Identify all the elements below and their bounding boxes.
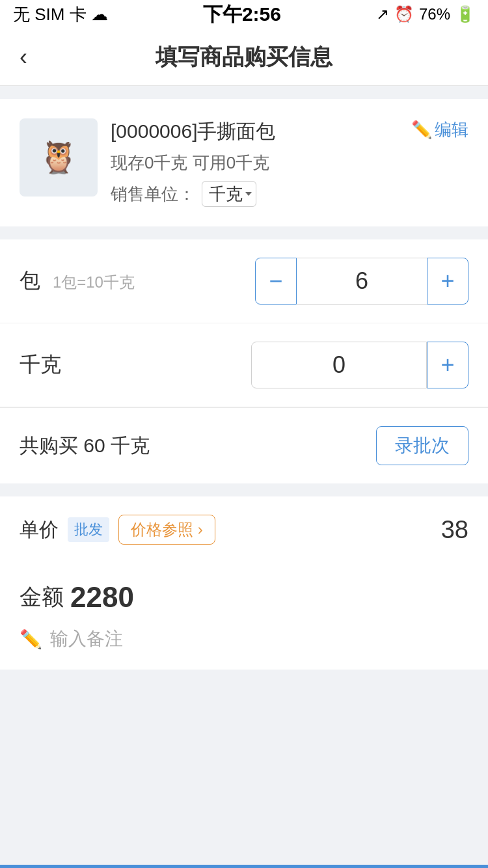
nav-bar: ‹ 填写商品购买信息 [0,29,488,86]
status-bar: 无 SIM 卡 ☁ 下午2:56 ↗ ⏰ 76% 🔋 [0,0,488,29]
back-button[interactable]: ‹ [20,44,27,71]
quantity-row-bao: 包 1包=10千克 − + [0,239,488,323]
quantity-input-kg[interactable] [251,342,427,388]
batch-button[interactable]: 录批次 [376,426,468,465]
plus-button-bao[interactable]: + [427,258,468,305]
plus-button-kg[interactable]: + [427,342,468,388]
battery-icon: 🔋 [455,5,475,23]
summary-text: 共购买 60 千克 [20,433,150,459]
amount-label: 金额 [20,582,64,612]
product-unit-row: 销售单位： 千克 [111,181,398,207]
minus-button-bao[interactable]: − [255,258,297,305]
price-row: 单价 批发 价格参照 › 38 [20,515,468,545]
battery-text: 76% [419,5,450,23]
location-icon: ↗ [376,5,389,23]
amount-row: 金额 2280 [20,581,468,614]
product-thumb-icon: 🦉 [39,139,78,176]
unit-label: 销售单位： [111,183,195,206]
gray-area [0,670,488,865]
alarm-icon: ⏰ [394,5,414,23]
price-label-group: 单价 批发 价格参照 › [20,515,215,545]
product-info: [0000006]手撕面包 现存0千克 可用0千克 销售单位： 千克 [111,118,398,207]
product-stock: 现存0千克 可用0千克 [111,152,398,174]
status-right: ↗ ⏰ 76% 🔋 [376,5,475,23]
price-value: 38 [441,516,468,544]
product-name: [0000006]手撕面包 [111,118,398,145]
quantity-label-kg: 千克 [20,351,251,379]
remark-placeholder: 输入备注 [50,627,123,651]
quantity-control-bao: − + [255,258,468,305]
price-section: 单价 批发 价格参照 › 38 [0,496,488,563]
status-time: 下午2:56 [203,1,281,28]
amount-section: 金额 2280 ✏️ 输入备注 [0,563,488,670]
price-label: 单价 [20,517,59,543]
edit-button[interactable]: ✏️ 编辑 [411,118,468,141]
quantity-label-bao: 包 1包=10千克 [20,267,255,295]
remark-row[interactable]: ✏️ 输入备注 [20,627,468,651]
summary-row: 共购买 60 千克 录批次 [0,407,488,483]
edit-icon: ✏️ [411,120,432,140]
price-ref-button[interactable]: 价格参照 › [118,515,215,545]
quantity-row-kg: 千克 + [0,323,488,407]
product-card: 🦉 [0000006]手撕面包 现存0千克 可用0千克 销售单位： 千克 ✏️ … [0,99,488,226]
quantity-input-bao[interactable] [297,258,427,305]
price-batch-tag: 批发 [68,517,109,542]
quantity-hint-bao: 1包=10千克 [53,273,135,291]
unit-select[interactable]: 千克 [202,181,256,207]
edit-label: 编辑 [435,118,468,141]
remark-icon: ✏️ [20,629,42,650]
page-title: 填写商品购买信息 [156,42,332,72]
status-left: 无 SIM 卡 ☁ [13,3,108,26]
confirm-bar[interactable]: 确定 [0,865,488,868]
quantity-section: 包 1包=10千克 − + 千克 + [0,239,488,407]
amount-value: 2280 [70,581,134,614]
quantity-control-kg: + [251,342,468,388]
product-thumbnail: 🦉 [20,118,98,197]
